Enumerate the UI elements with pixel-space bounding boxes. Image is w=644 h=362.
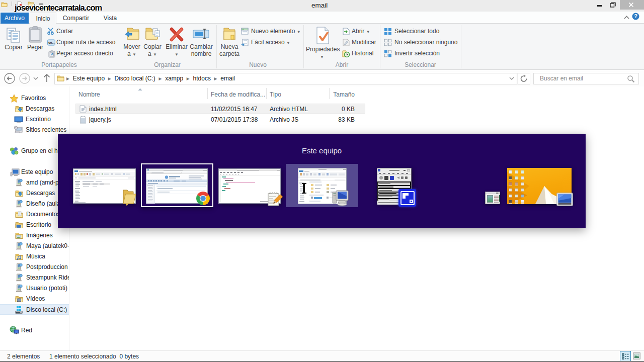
svg-text:?: ? [634, 13, 637, 19]
svg-text:W: W [48, 41, 52, 45]
